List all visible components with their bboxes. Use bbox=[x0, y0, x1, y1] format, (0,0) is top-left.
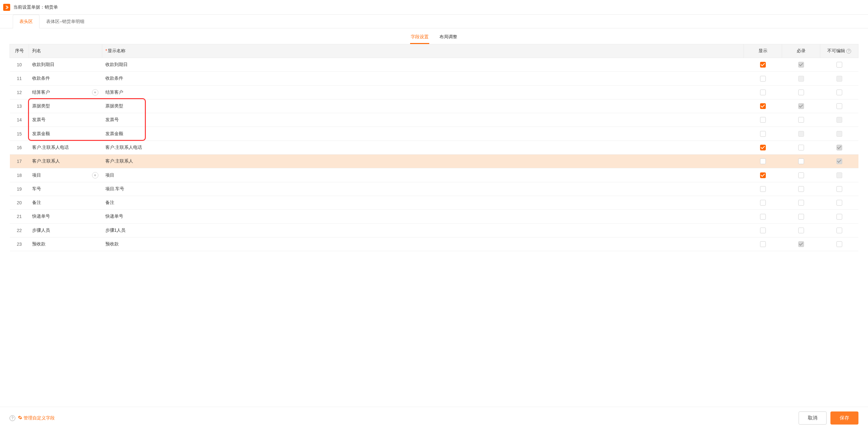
cell-required bbox=[782, 223, 820, 237]
required-checkbox[interactable] bbox=[798, 228, 804, 233]
cell-display-name[interactable]: 步骤1人员 bbox=[102, 223, 744, 237]
cell-display-name[interactable]: 备注 bbox=[102, 196, 744, 209]
cell-colname: 预收款 bbox=[29, 237, 102, 251]
cell-display-name[interactable]: 客户.主联系人电话 bbox=[102, 141, 744, 154]
cell-display-name[interactable]: 收款到期日 bbox=[102, 58, 744, 72]
col-noedit: 不可编辑? bbox=[820, 44, 859, 58]
cell-seq: 22 bbox=[10, 223, 29, 237]
noedit-checkbox bbox=[836, 131, 842, 137]
table-row[interactable]: 10收款到期日收款到期日 bbox=[10, 58, 859, 72]
cell-display-name[interactable]: 票据类型 bbox=[102, 99, 744, 113]
cell-show bbox=[744, 196, 782, 209]
required-asterisk: * bbox=[105, 48, 107, 53]
cell-display-name[interactable]: 预收款 bbox=[102, 237, 744, 251]
cell-required bbox=[782, 196, 820, 209]
required-checkbox[interactable] bbox=[798, 214, 804, 220]
cell-show bbox=[744, 58, 782, 72]
noedit-checkbox[interactable] bbox=[836, 214, 842, 220]
cell-noedit bbox=[820, 72, 859, 85]
cell-colname: 备注 bbox=[29, 196, 102, 209]
noedit-checkbox[interactable] bbox=[836, 90, 842, 95]
cell-show bbox=[744, 141, 782, 154]
show-checkbox[interactable] bbox=[760, 131, 766, 137]
show-checkbox[interactable] bbox=[760, 172, 766, 178]
cell-colname: 票据类型 bbox=[29, 99, 102, 113]
required-checkbox[interactable] bbox=[798, 172, 804, 178]
tab-header-area[interactable]: 表头区 bbox=[13, 15, 39, 28]
noedit-checkbox[interactable] bbox=[836, 62, 842, 67]
tab-body-area[interactable]: 表体区–销货单明细 bbox=[39, 15, 91, 28]
noedit-checkbox[interactable] bbox=[836, 103, 842, 109]
cell-noedit bbox=[820, 210, 859, 223]
collapse-toggle-icon[interactable] bbox=[3, 4, 10, 11]
cell-required bbox=[782, 154, 820, 168]
subtab-field-settings[interactable]: 字段设置 bbox=[410, 33, 429, 44]
col-colname: 列名 bbox=[29, 44, 102, 58]
cell-show bbox=[744, 223, 782, 237]
cell-display-name[interactable]: 发票号 bbox=[102, 113, 744, 127]
cell-display-name[interactable]: 项目 bbox=[102, 168, 744, 182]
show-checkbox[interactable] bbox=[760, 241, 766, 247]
show-checkbox[interactable] bbox=[760, 159, 766, 164]
table-row[interactable]: 11收款条件收款条件 bbox=[10, 72, 859, 85]
show-checkbox[interactable] bbox=[760, 228, 766, 233]
field-table: 序号 列名 *显示名称 显示 必录 不可编辑? 10收款到期日收款到期日11收款… bbox=[9, 44, 859, 251]
table-row[interactable]: 19车号项目.车号 bbox=[10, 182, 859, 196]
cell-required bbox=[782, 113, 820, 127]
table-row[interactable]: 15发票金额发票金额 bbox=[10, 127, 859, 141]
area-tabs: 表头区 表体区–销货单明细 bbox=[0, 15, 868, 28]
cell-seq: 10 bbox=[10, 58, 29, 72]
show-checkbox[interactable] bbox=[760, 186, 766, 192]
cell-colname: 步骤人员 bbox=[29, 223, 102, 237]
col-display-name: *显示名称 bbox=[102, 44, 744, 58]
show-checkbox[interactable] bbox=[760, 103, 766, 109]
add-icon[interactable]: + bbox=[92, 172, 98, 178]
noedit-checkbox bbox=[836, 159, 842, 164]
cell-colname: 发票金额 bbox=[29, 127, 102, 141]
table-row[interactable]: 14发票号发票号 bbox=[10, 113, 859, 127]
show-checkbox[interactable] bbox=[760, 90, 766, 95]
show-checkbox[interactable] bbox=[760, 62, 766, 67]
cell-display-name[interactable]: 收款条件 bbox=[102, 72, 744, 85]
cell-noedit bbox=[820, 196, 859, 209]
col-show: 显示 bbox=[744, 44, 782, 58]
table-row[interactable]: 22步骤人员步骤1人员 bbox=[10, 223, 859, 237]
required-checkbox bbox=[798, 241, 804, 247]
cell-show bbox=[744, 182, 782, 196]
show-checkbox[interactable] bbox=[760, 214, 766, 220]
noedit-checkbox bbox=[836, 117, 842, 123]
noedit-checkbox[interactable] bbox=[836, 186, 842, 192]
noedit-checkbox[interactable] bbox=[836, 241, 842, 247]
table-row[interactable]: 16客户.主联系人电话客户.主联系人电话 bbox=[10, 141, 859, 154]
required-checkbox[interactable] bbox=[798, 145, 804, 150]
cell-colname: 客户.主联系人 bbox=[29, 154, 102, 168]
required-checkbox[interactable] bbox=[798, 90, 804, 95]
cell-display-name[interactable]: 项目.车号 bbox=[102, 182, 744, 196]
table-row[interactable]: 18项目+项目 bbox=[10, 168, 859, 182]
required-checkbox[interactable] bbox=[798, 186, 804, 192]
show-checkbox[interactable] bbox=[760, 117, 766, 123]
cell-display-name[interactable]: 客户.主联系人 bbox=[102, 154, 744, 168]
cell-noedit bbox=[820, 99, 859, 113]
show-checkbox[interactable] bbox=[760, 76, 766, 82]
required-checkbox[interactable] bbox=[798, 117, 804, 123]
noedit-checkbox[interactable] bbox=[836, 200, 842, 206]
info-icon[interactable]: ? bbox=[846, 49, 851, 54]
table-row[interactable]: 17客户.主联系人客户.主联系人 bbox=[10, 154, 859, 168]
table-row[interactable]: 13票据类型票据类型 bbox=[10, 99, 859, 113]
cell-display-name[interactable]: 快递单号 bbox=[102, 210, 744, 223]
table-row[interactable]: 12结算客户+结算客户 bbox=[10, 85, 859, 99]
show-checkbox[interactable] bbox=[760, 200, 766, 206]
subtab-layout-adjust[interactable]: 布局调整 bbox=[439, 33, 458, 44]
cell-display-name[interactable]: 发票金额 bbox=[102, 127, 744, 141]
cell-seq: 15 bbox=[10, 127, 29, 141]
table-row[interactable]: 20备注备注 bbox=[10, 196, 859, 209]
table-row[interactable]: 23预收款预收款 bbox=[10, 237, 859, 251]
table-row[interactable]: 21快递单号快递单号 bbox=[10, 210, 859, 223]
cell-display-name[interactable]: 结算客户 bbox=[102, 85, 744, 99]
show-checkbox[interactable] bbox=[760, 145, 766, 150]
noedit-checkbox[interactable] bbox=[836, 228, 842, 233]
required-checkbox[interactable] bbox=[798, 159, 804, 164]
required-checkbox[interactable] bbox=[798, 200, 804, 206]
add-icon[interactable]: + bbox=[92, 89, 98, 96]
